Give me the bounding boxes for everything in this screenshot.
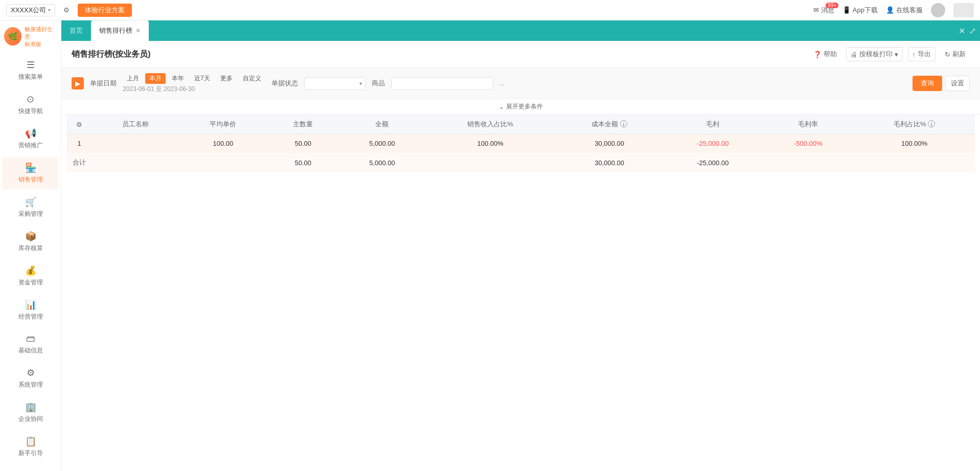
footer-row: 合计 50.00 5,000.00 30,000.00 -25,000.00 [66,153,975,173]
filter-bar: ▶ 单据日期 上月 本月 本年 近7天 更多 自定义 [61,68,980,99]
message-badge: 99+ [826,3,838,8]
footer-gross-pct [854,153,975,173]
filter-action-btns: 查询 设置 [913,76,970,91]
date-label: 单据日期 [90,79,117,88]
status-label: 单据状态 [271,79,298,88]
col-gross-rate: 毛利率 [762,115,854,134]
tab-sales-rank-label: 销售排行榜 [99,26,132,35]
sidebar-logo: 🌿 畅康通好生意 标准版 [0,20,61,53]
sidebar-item-label: 库存核算 [18,244,43,253]
sidebar-item-label: 企业协同 [18,415,43,423]
online-service-btn[interactable]: 👤 在线客服 [886,6,923,15]
sidebar-item-system[interactable]: ⚙ 系统管理 [2,362,59,394]
sidebar-item-label: 新手引导 [18,449,43,458]
gross-pct-info-icon[interactable]: i [928,120,935,127]
sidebar-item-label: 基础信息 [18,346,43,355]
sidebar: 🌿 畅康通好生意 标准版 ☰ 搜索菜单 ⊙ 快捷导航 📢 营销推广 🏪 销售管理… [0,20,61,471]
tab-close-window-icon[interactable]: ✕ [959,26,965,36]
goods-input[interactable] [391,77,493,90]
cell-gross: -25,000.00 [663,134,762,153]
goods-more-btn[interactable]: ... [499,80,505,87]
avatar[interactable] [931,3,945,17]
enterprise-icon: 🏢 [25,401,36,413]
system-icon: ⚙ [27,367,35,378]
tab-close-icon[interactable]: ✕ [135,27,141,34]
table-row: 1 100.00 50.00 5,000.00 100.00% 30,000.0… [66,134,975,153]
guide-icon: 📋 [25,436,36,447]
cell-employee [92,134,179,153]
tab-restore-icon[interactable]: ⤢ [969,26,976,36]
date-btn-custom[interactable]: 自定义 [239,73,265,84]
sidebar-item-operations[interactable]: 📊 经营管理 [2,294,59,326]
table-wrap: ⚙ 员工名称 平均单价 主数量 全额 销售收入占比% 成本全额 i 毛利 毛利率… [61,115,980,172]
page-header: 销售排行榜(按业务员) ❓ 帮助 🖨 按模板打印 ▾ ↑ [61,41,980,68]
finance-icon: 💰 [25,265,36,276]
date-btn-last-month[interactable]: 上月 [123,73,143,84]
sidebar-item-basic-info[interactable]: 🗃 基础信息 [2,328,59,360]
message-btn[interactable]: ✉ 消息 99+ [813,6,834,15]
date-btn-more[interactable]: 更多 [216,73,237,84]
sidebar-item-app-center[interactable]: 🖥 应用中心 [2,465,59,471]
cell-qty: 50.00 [267,134,339,153]
footer-gross-rate [762,153,854,173]
sidebar-item-quick-nav[interactable]: ⊙ 快捷导航 [2,88,59,121]
trial-button[interactable]: 体验行业方案 [78,4,132,17]
sidebar-item-inventory[interactable]: 📦 库存核算 [2,226,59,258]
col-settings[interactable]: ⚙ [66,115,92,134]
sidebar-item-guide[interactable]: 📋 新手引导 [2,431,59,463]
sidebar-item-purchase-mgmt[interactable]: 🛒 采购管理 [2,191,59,223]
user-menu[interactable] [953,3,974,17]
filter-collapse-btn[interactable]: ▶ [72,77,84,89]
top-right-area: ✉ 消息 99+ 📱 App下载 👤 在线客服 [813,3,974,17]
print-icon: 🖨 [851,51,857,58]
col-avg-price: 平均单价 [179,115,267,134]
footer-label: 合计 [66,153,179,173]
refresh-button[interactable]: ↻ 刷新 [941,48,970,61]
sidebar-item-label: 系统管理 [18,380,43,389]
export-icon: ↑ [913,51,916,58]
footer-gross: -25,000.00 [663,153,762,173]
date-btn-this-month[interactable]: 本月 [145,73,166,84]
sidebar-item-marketing[interactable]: 📢 营销推广 [2,123,59,155]
date-btn-this-year[interactable]: 本年 [168,73,188,84]
sidebar-item-search-order[interactable]: ☰ 搜索菜单 [2,54,59,86]
sidebar-item-label: 资金管理 [18,278,43,287]
sidebar-item-sales-mgmt[interactable]: 🏪 销售管理 [2,157,59,189]
date-range: 2023-06-01 至 2023-06-30 [123,85,265,94]
col-employee: 员工名称 [92,115,179,134]
tab-bar-actions: ✕ ⤢ [959,26,980,36]
company-selector[interactable]: XXXXX公司 ▾ [6,4,55,16]
tab-sales-rank[interactable]: 销售排行榜 ✕ [91,20,149,41]
sidebar-item-enterprise[interactable]: 🏢 企业协同 [2,396,59,429]
cost-info-icon[interactable]: i [620,120,627,127]
date-filter: 上月 本月 本年 近7天 更多 自定义 2023-06-01 至 2023-06… [123,73,265,94]
operations-icon: 📊 [25,299,36,310]
expand-conditions-btn[interactable]: ⌄ 展开更多条件 [499,102,543,111]
page-actions: ❓ 帮助 🖨 按模板打印 ▾ ↑ 导出 ↻ [809,47,970,61]
chevron-down-icon: ▾ [48,7,51,13]
tab-home[interactable]: 首页 [61,20,91,41]
footer-qty: 50.00 [267,153,339,173]
refresh-icon: ↻ [945,51,950,58]
cell-rank: 1 [66,134,92,153]
print-button[interactable]: 🖨 按模板打印 ▾ [846,47,903,61]
settings-icon[interactable]: ⚙ [59,3,74,17]
cell-gross-rate: -500.00% [762,134,854,153]
table-settings-button[interactable]: 设置 [945,76,970,91]
data-table: ⚙ 员工名称 平均单价 主数量 全额 销售收入占比% 成本全额 i 毛利 毛利率… [66,115,975,172]
table-footer: 合计 50.00 5,000.00 30,000.00 -25,000.00 [66,153,975,173]
page-content: 销售排行榜(按业务员) ❓ 帮助 🖨 按模板打印 ▾ ↑ [61,41,980,471]
app-download-btn[interactable]: 📱 App下载 [842,6,878,15]
page-title: 销售排行榜(按业务员) [72,49,151,60]
sidebar-item-finance[interactable]: 💰 资金管理 [2,260,59,292]
help-button[interactable]: ❓ 帮助 [809,48,841,61]
export-button[interactable]: ↑ 导出 [908,47,936,61]
basic-info-icon: 🗃 [26,333,35,344]
tab-bar: 首页 销售排行榜 ✕ ✕ ⤢ [61,20,980,41]
col-gross-pct: 毛利占比% i [854,115,975,134]
query-button[interactable]: 查询 [913,76,942,91]
status-select[interactable] [304,77,366,90]
date-buttons: 上月 本月 本年 近7天 更多 自定义 [123,73,265,84]
cell-amount: 5,000.00 [339,134,425,153]
date-btn-7days[interactable]: 近7天 [190,73,214,84]
